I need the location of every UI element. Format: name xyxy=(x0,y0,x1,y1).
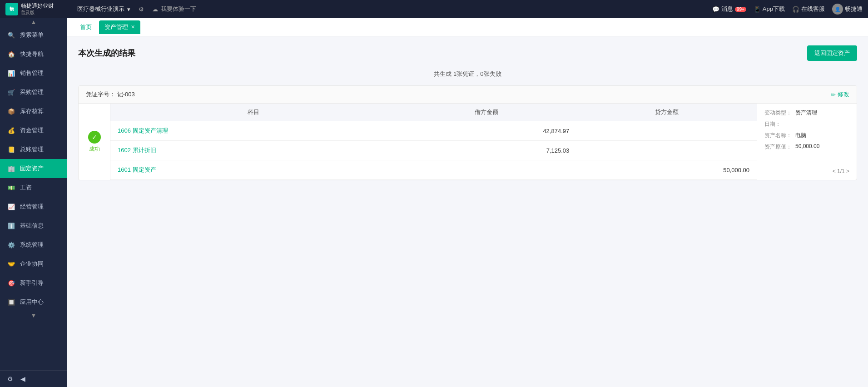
guide-icon: 🎯 xyxy=(7,279,15,287)
sidebar-item-payroll[interactable]: 💵 工资 xyxy=(0,178,67,197)
sidebar-item-funds[interactable]: 💰 资金管理 xyxy=(0,121,67,140)
pagination[interactable]: < 1/1 > xyxy=(764,168,849,174)
row3-credit: 50,000.00 xyxy=(576,160,757,180)
purchase-icon: 🛒 xyxy=(7,88,15,96)
success-check-icon: ✓ xyxy=(88,131,101,144)
sales-icon: 📊 xyxy=(7,69,15,77)
original-value-value: 50,000.00 xyxy=(795,143,819,151)
edit-icon: ✏ xyxy=(831,91,836,98)
funds-icon: 💰 xyxy=(7,126,15,134)
headset-icon: 🎧 xyxy=(792,6,799,13)
inventory-icon: 📦 xyxy=(7,107,15,115)
user-menu[interactable]: 👤 畅捷通 xyxy=(832,4,863,15)
asset-name-label: 资产名称： xyxy=(764,132,792,139)
voucher-card: 凭证字号： 记-003 ✏ 修改 ✓ 成功 xyxy=(78,85,857,180)
payroll-icon: 💵 xyxy=(7,184,15,192)
status-column: ✓ 成功 xyxy=(79,104,110,180)
sidebar: ▲ 🔍 搜索菜单 🏠 快捷导航 📊 销售管理 🛒 采购管理 📦 库存核算 💰 资… xyxy=(0,18,67,387)
page-content: 本次生成的结果 返回固定资产 共生成 1张凭证，0张失败 凭证字号： 记-003… xyxy=(67,36,868,387)
search-icon: 🔍 xyxy=(7,31,15,39)
table-row: 1601 固定资产 50,000.00 xyxy=(110,160,757,180)
page-title-row: 本次生成的结果 返回固定资产 xyxy=(78,45,857,61)
table-row: 1602 累计折旧 7,125.03 xyxy=(110,141,757,160)
sidebar-item-search[interactable]: 🔍 搜索菜单 xyxy=(0,25,67,45)
tab-home[interactable]: 首页 xyxy=(74,20,97,34)
app-center-icon: 🔲 xyxy=(7,298,15,306)
sidebar-scroll-down[interactable]: ▼ xyxy=(0,312,67,319)
online-service-button[interactable]: 🎧 在线客服 xyxy=(792,5,825,13)
ledger-icon: 📒 xyxy=(7,145,15,154)
workspace-selector[interactable]: 医疗器械行业演示 ▾ xyxy=(73,3,135,15)
logo-area: 畅 畅捷通好业财 普及版 xyxy=(5,3,73,16)
tab-asset-management[interactable]: 资产管理 ✕ xyxy=(99,20,140,34)
voucher-table: 科目 借方金额 贷方金额 1606 固定资产清理 42,874.97 xyxy=(110,104,757,180)
workspace-name: 医疗器械行业演示 xyxy=(77,5,124,13)
sidebar-item-operations[interactable]: 📈 经营管理 xyxy=(0,197,67,216)
change-type-row: 变动类型： 资产清理 xyxy=(764,109,849,117)
summary-line: 共生成 1张凭证，0张失败 xyxy=(78,70,857,78)
main-layout: ▲ 🔍 搜索菜单 🏠 快捷导航 📊 销售管理 🛒 采购管理 📦 库存核算 💰 资… xyxy=(0,18,868,387)
fixed-assets-icon: 🏢 xyxy=(7,164,15,173)
message-icon: 💬 xyxy=(712,6,719,13)
date-label: 日期： xyxy=(764,120,781,128)
sidebar-item-quick-nav[interactable]: 🏠 快捷导航 xyxy=(0,45,67,64)
col-subject: 科目 xyxy=(110,104,396,121)
asset-name-row: 资产名称： 电脑 xyxy=(764,132,849,139)
mobile-icon: 📱 xyxy=(754,6,761,13)
row2-debit: 7,125.03 xyxy=(396,141,576,160)
content-area: 首页 资产管理 ✕ 本次生成的结果 返回固定资产 共生成 1张凭证，0张失败 xyxy=(67,18,868,387)
edit-button[interactable]: ✏ 修改 xyxy=(831,90,849,99)
row2-credit xyxy=(576,141,757,160)
change-type-label: 变动类型： xyxy=(764,109,792,117)
experience-button[interactable]: ☁ 我要体验一下 xyxy=(148,3,201,15)
sidebar-item-sales[interactable]: 📊 销售管理 xyxy=(0,64,67,83)
sidebar-item-inventory[interactable]: 📦 库存核算 xyxy=(0,102,67,121)
row1-debit: 42,874.97 xyxy=(396,121,576,141)
voucher-header: 凭证字号： 记-003 ✏ 修改 xyxy=(79,86,857,104)
return-button[interactable]: 返回固定资产 xyxy=(807,45,857,61)
sidebar-item-app-center[interactable]: 🔲 应用中心 xyxy=(0,293,67,312)
page-title: 本次生成的结果 xyxy=(78,48,135,59)
system-icon: ⚙️ xyxy=(7,241,15,249)
operations-icon: 📈 xyxy=(7,203,15,211)
row3-subject: 1601 固定资产 xyxy=(110,160,396,180)
row1-subject: 1606 固定资产清理 xyxy=(110,121,396,141)
row3-debit xyxy=(396,160,576,180)
asset-name-value: 电脑 xyxy=(795,132,806,139)
change-type-value: 资产清理 xyxy=(795,109,817,117)
messages-badge: 99+ xyxy=(735,7,746,12)
sidebar-item-purchase[interactable]: 🛒 采购管理 xyxy=(0,83,67,102)
status-label: 成功 xyxy=(89,145,100,153)
cloud-icon: ☁ xyxy=(152,6,158,13)
sidebar-item-ledger[interactable]: 📒 总账管理 xyxy=(0,140,67,159)
sidebar-item-fixed-assets[interactable]: 🏢 固定资产 xyxy=(0,159,67,178)
voucher-body: ✓ 成功 科目 借方金额 贷方金额 xyxy=(79,104,857,180)
date-row: 日期： xyxy=(764,120,849,128)
cooperation-icon: 🤝 xyxy=(7,260,15,268)
sidebar-item-guide[interactable]: 🎯 新手引导 xyxy=(0,273,67,293)
avatar: 👤 xyxy=(832,4,843,15)
sidebar-scroll-up[interactable]: ▲ xyxy=(0,18,67,25)
chevron-down-icon: ▾ xyxy=(127,6,130,13)
col-credit: 贷方金额 xyxy=(576,104,757,121)
sidebar-item-system[interactable]: ⚙️ 系统管理 xyxy=(0,235,67,254)
logo-sub: 普及版 xyxy=(21,10,54,15)
logo-icon: 畅 xyxy=(5,3,18,15)
sidebar-item-basic-info[interactable]: ℹ️ 基础信息 xyxy=(0,216,67,235)
sidebar-bottom: ⚙ ◀ xyxy=(0,370,67,387)
settings-icon[interactable]: ⚙ xyxy=(135,3,148,15)
row2-subject: 1602 累计折旧 xyxy=(110,141,396,160)
home-icon: 🏠 xyxy=(7,50,15,58)
col-debit: 借方金额 xyxy=(396,104,576,121)
voucher-right-panel: 变动类型： 资产清理 日期： 资产名称： 电脑 资产原值： xyxy=(757,104,857,180)
sidebar-item-cooperation[interactable]: 🤝 企业协同 xyxy=(0,254,67,273)
settings-bottom-icon[interactable]: ⚙ xyxy=(7,375,13,382)
original-value-label: 资产原值： xyxy=(764,143,792,151)
collapse-icon[interactable]: ◀ xyxy=(20,375,25,382)
messages-button[interactable]: 💬 消息 99+ xyxy=(712,5,746,13)
app-download-button[interactable]: 📱 App下载 xyxy=(754,5,785,13)
row1-credit xyxy=(576,121,757,141)
original-value-row: 资产原值： 50,000.00 xyxy=(764,143,849,151)
tab-close-icon[interactable]: ✕ xyxy=(131,24,135,30)
table-row: 1606 固定资产清理 42,874.97 xyxy=(110,121,757,141)
